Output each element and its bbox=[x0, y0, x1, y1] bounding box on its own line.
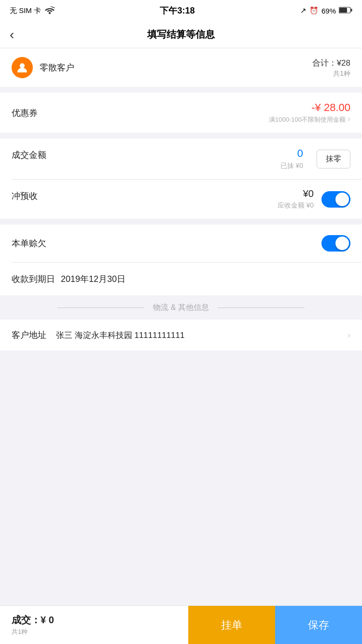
customer-right: 合计：¥28 共1种 bbox=[312, 57, 350, 78]
coupon-row[interactable]: 优惠券 -¥ 28.00 满1000-100不限制使用金额 › bbox=[0, 93, 362, 133]
back-button[interactable]: ‹ bbox=[10, 27, 14, 42]
customer-avatar bbox=[12, 57, 33, 78]
battery-icon bbox=[339, 7, 352, 15]
debt-toggle[interactable] bbox=[321, 235, 350, 252]
customer-section: 零散客户 合计：¥28 共1种 bbox=[0, 48, 362, 87]
address-label: 客户地址 bbox=[12, 329, 50, 341]
coupon-chevron-icon: › bbox=[348, 114, 350, 124]
coupon-section[interactable]: 优惠券 -¥ 28.00 满1000-100不限制使用金额 › bbox=[0, 93, 362, 133]
wifi-icon bbox=[45, 6, 55, 15]
coupon-label: 优惠券 bbox=[12, 107, 38, 119]
page-title: 填写结算等信息 bbox=[147, 28, 215, 41]
coupon-right-col: -¥ 28.00 满1000-100不限制使用金额 › bbox=[269, 101, 350, 124]
customer-name: 零散客户 bbox=[40, 62, 74, 73]
bottom-deal-label: 成交： bbox=[12, 615, 41, 625]
debt-label: 本单赊欠 bbox=[12, 238, 46, 249]
empty-space bbox=[0, 350, 362, 486]
debt-toggle-knob bbox=[335, 237, 349, 250]
hold-button[interactable]: 挂单 bbox=[188, 606, 275, 644]
svg-point-3 bbox=[20, 63, 25, 68]
deal-amount-section: 成交金额 0 已抹 ¥0 抹零 冲预收 ¥0 应收金额 ¥0 bbox=[0, 139, 362, 219]
debt-row: 本单赊欠 bbox=[0, 224, 362, 262]
section-divider-3 bbox=[0, 219, 362, 224]
status-time: 下午3:18 bbox=[160, 5, 195, 16]
deal-amount-right: 0 已抹 ¥0 bbox=[280, 147, 303, 170]
deal-amount-label: 成交金额 bbox=[12, 147, 46, 161]
coupon-desc: 满1000-100不限制使用金额 bbox=[269, 115, 346, 124]
nav-bar: ‹ 填写结算等信息 bbox=[0, 21, 362, 48]
customer-count: 共1种 bbox=[312, 70, 350, 78]
status-right: ↗ ⏰ 69% bbox=[300, 6, 352, 15]
bottom-bar: 成交：¥ 0 共1种 挂单 保存 bbox=[0, 605, 362, 644]
location-icon: ↗ bbox=[300, 6, 306, 15]
bottom-deal-value: ¥ 0 bbox=[41, 615, 54, 625]
prepayment-subtext: 应收金额 ¥0 bbox=[278, 201, 314, 210]
prepayment-row: 冲预收 ¥0 应收金额 ¥0 bbox=[0, 180, 362, 219]
toggle-knob bbox=[335, 193, 349, 206]
save-button[interactable]: 保存 bbox=[275, 606, 362, 644]
logistics-divider: 物流 & 其他信息 bbox=[0, 295, 362, 320]
bottom-info: 成交：¥ 0 共1种 bbox=[0, 614, 188, 636]
no-sim-text: 无 SIM 卡 bbox=[10, 6, 41, 15]
due-date-value: 2019年12月30日 bbox=[61, 273, 125, 285]
address-chevron-icon: › bbox=[348, 330, 350, 340]
deal-amount-row: 成交金额 0 已抹 ¥0 抹零 bbox=[0, 139, 362, 179]
deal-amount-value: 0 bbox=[280, 147, 303, 160]
section-divider-2 bbox=[0, 133, 362, 139]
round-zero-button[interactable]: 抹零 bbox=[317, 150, 350, 168]
svg-rect-1 bbox=[351, 9, 352, 12]
prepayment-value: ¥0 bbox=[278, 188, 314, 199]
deal-amount-subtext: 已抹 ¥0 bbox=[280, 162, 303, 170]
bottom-count: 共1种 bbox=[12, 628, 177, 636]
svg-rect-2 bbox=[339, 8, 347, 13]
logistics-line-left bbox=[57, 308, 144, 308]
battery-text: 69% bbox=[321, 7, 336, 15]
status-bar: 无 SIM 卡 下午3:18 ↗ ⏰ 69% bbox=[0, 0, 362, 21]
due-date-row: 收款到期日 2019年12月30日 bbox=[0, 263, 362, 295]
logistics-line-right bbox=[218, 308, 305, 308]
address-row[interactable]: 客户地址 张三 海淀永丰科技园 11111111111 › bbox=[0, 320, 362, 350]
customer-info-left: 零散客户 bbox=[12, 57, 74, 78]
customer-row: 零散客户 合计：¥28 共1种 bbox=[0, 48, 362, 87]
bottom-deal: 成交：¥ 0 bbox=[12, 614, 177, 627]
prepayment-right: ¥0 应收金额 ¥0 bbox=[278, 188, 314, 210]
alarm-icon: ⏰ bbox=[309, 6, 319, 15]
due-date-label: 收款到期日 bbox=[12, 273, 55, 285]
debt-section: 本单赊欠 收款到期日 2019年12月30日 bbox=[0, 224, 362, 295]
logistics-text: 物流 & 其他信息 bbox=[153, 303, 209, 313]
address-value: 张三 海淀永丰科技园 11111111111 bbox=[56, 330, 348, 341]
prepayment-toggle[interactable] bbox=[321, 191, 350, 208]
address-section[interactable]: 客户地址 张三 海淀永丰科技园 11111111111 › bbox=[0, 320, 362, 350]
section-divider-1 bbox=[0, 87, 362, 93]
customer-total: 合计：¥28 bbox=[312, 57, 350, 69]
coupon-amount: -¥ 28.00 bbox=[269, 101, 350, 114]
prepayment-label: 冲预收 bbox=[12, 188, 38, 202]
status-left: 无 SIM 卡 bbox=[10, 6, 55, 15]
